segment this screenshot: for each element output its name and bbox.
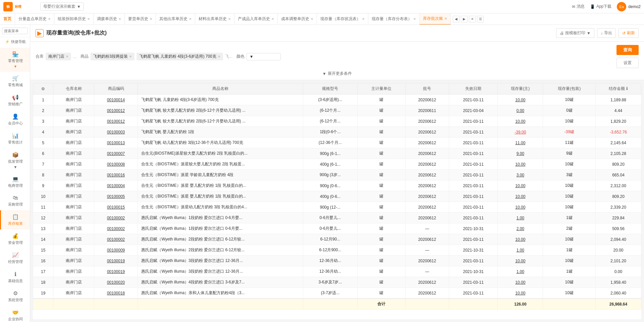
product-tag-2[interactable]: 飞鹤星飞帆 儿童奶粉 4段(3-6岁适用) 700克 ✕ [137,53,223,60]
expand-filter-btn[interactable]: ▶ [36,29,44,37]
search-input[interactable] [2,28,28,34]
app-download-action[interactable]: 📱 App下载 [590,4,611,9]
row-code[interactable]: 00100002 [94,234,138,245]
col-settings[interactable]: ⚙ [33,83,53,95]
row-no: 12 [33,213,53,223]
row-code[interactable]: 00100016 [94,170,138,180]
sidebar-item-member[interactable]: 👤 会员中心 [0,110,30,129]
warehouse-dots[interactable]: ... [73,54,76,59]
row-code[interactable]: 00100012 [94,116,138,127]
tab-3-close[interactable]: ✕ [118,17,121,21]
product-tag-1[interactable]: 飞鹤奶粉3段两提装 ✕ [91,53,135,60]
tab-9-close[interactable]: ✕ [362,17,365,21]
row-code[interactable]: 00100009 [94,245,138,256]
sidebar-item-marketing[interactable]: 📢 营销推广 [0,91,30,110]
warehouse-tag-remove[interactable]: ✕ [66,55,68,58]
message-action[interactable]: ✉ 消息 [572,4,585,9]
sidebar-item-wholesale[interactable]: 📦 批发管理 ▼ [0,148,30,172]
tabs-menu-btn[interactable]: ☰ [477,16,484,22]
refresh-button[interactable]: ↺ 刷新 [619,28,639,38]
row-code[interactable]: 00100007 [94,148,138,159]
tab-7[interactable]: 产成品入库单历史 ✕ [234,13,278,25]
row-batch: 20200612 [405,191,449,202]
row-code[interactable]: 00100002 [94,223,138,234]
export-button[interactable]: ↓ 导出 [597,28,616,38]
row-expire: 2021-10-31 [449,223,498,234]
row-pkg: 10罐 [543,116,595,127]
tab-8-close[interactable]: ✕ [311,17,313,21]
company-selector[interactable]: 母婴行业演示账套 ▼ [40,2,84,11]
sidebar-item-retail-mall[interactable]: 🛒 零售商城 [0,72,30,91]
row-code[interactable]: 00100018 [94,288,138,299]
print-icon: 🖨 [560,31,564,36]
sidebar-item-purchase[interactable]: 🛍 采购管理 [0,192,30,210]
row-spec: 900g (0-6... [303,180,357,191]
sidebar-item-basic-info[interactable]: ℹ 基础信息 [0,268,30,287]
tabs-close-btn[interactable]: ✕ [469,16,476,22]
row-code[interactable]: 00100004 [94,180,138,191]
warehouse-tag[interactable]: 南岸门店 ✕ [46,53,71,60]
tab-11[interactable]: 库存批次账 ✕ [420,13,451,25]
tab-6-close[interactable]: ✕ [228,17,231,21]
row-code[interactable]: 00100005 [94,191,138,202]
filter-expand[interactable]: ▼ 展开更多条件 [322,71,352,76]
tab-4-close[interactable]: ✕ [150,17,152,21]
sidebar-item-collab[interactable]: 🤝 企业协同 [0,306,30,322]
tab-2-close[interactable]: ✕ [87,17,90,21]
row-unit: 罐 [358,180,405,191]
color-dropdown[interactable]: ▼ [247,53,281,60]
row-code[interactable]: 00100014 [94,95,138,105]
row-code[interactable]: 00100012 [94,105,138,116]
tab-11-close[interactable]: ✕ [444,17,447,20]
expand-label: 展开更多条件 [328,71,352,76]
sidebar-item-retail-mgmt[interactable]: 🏪 零售管理 ▼ [0,48,30,72]
row-warehouse: 南岸门店 [53,116,94,127]
sidebar-item-inventory[interactable]: 📋 库存核算 [0,210,30,229]
tab-home[interactable]: 首页 [0,13,15,25]
tab-9[interactable]: 现存量（库存状况表） ✕ [317,13,368,25]
tab-10-close[interactable]: ✕ [413,17,416,21]
row-code[interactable]: 00100002 [94,213,138,223]
tabs-next-btn[interactable]: ▶ [461,16,468,22]
print-button[interactable]: 🖨 按模板打印 ▼ [556,28,594,38]
tab-10[interactable]: 现存量（库存分布表） ✕ [368,13,420,25]
row-amount: 229.84 [595,213,641,223]
sidebar-item-retail-stats[interactable]: 📊 零售统计 [0,129,30,148]
row-code[interactable]: 00100008 [94,159,138,170]
tab-8[interactable]: 成本调整单历史 ✕ [278,13,317,25]
sidebar-item-quick-nav[interactable]: ⚡ 快捷导航 [0,37,30,46]
product-tag-1-remove[interactable]: ✕ [129,55,132,58]
sidebar-item-business[interactable]: 📈 经营管理 [0,249,30,268]
row-name: 惠氏启赋（Wyeth illuma）3段奶粉 爱尔兰进口 12-36月... [138,266,303,277]
user-area[interactable]: Ea demo2 [617,2,641,11]
settings-button[interactable]: 设置 [616,58,639,68]
sidebar-item-system[interactable]: ⚙ 系统管理 [0,287,30,306]
tab-6[interactable]: 材料出库单历史 ✕ [195,13,234,25]
row-qty[interactable]: -39.00 [498,127,543,138]
tab-1[interactable]: 分量盘点单历史 ✕ [15,13,54,25]
sidebar-item-finance[interactable]: 💰 资金管理 [0,229,30,249]
tab-5-close[interactable]: ✕ [189,17,192,21]
row-amount: 665.04 [595,170,641,180]
row-code[interactable]: 00100015 [94,202,138,213]
query-button[interactable]: 查询 [616,45,639,55]
product-tag-2-remove[interactable]: ✕ [218,55,220,58]
tab-7-close[interactable]: ✕ [271,17,274,21]
tab-1-close[interactable]: ✕ [48,17,51,21]
row-spec: 6-12月900... [303,245,357,256]
row-code[interactable]: 00100013 [94,138,138,148]
tab-4[interactable]: 要货单历史 ✕ [125,13,156,25]
row-code[interactable]: 00100003 [94,127,138,138]
row-code[interactable]: 00100019 [94,256,138,266]
sidebar-item-ecommerce[interactable]: 💻 电商管理 [0,172,30,192]
export-icon: ↓ [601,31,603,36]
row-no: 19 [33,288,53,299]
product-dots[interactable]: 飞... [225,54,232,59]
row-code[interactable]: 00100020 [94,277,138,288]
row-code[interactable]: 00100019 [94,266,138,277]
tab-3[interactable]: 调拨单历史 ✕ [94,13,125,25]
row-spec: 400g (6-1... [303,159,357,170]
tabs-prev-btn[interactable]: ◀ [453,16,460,22]
tab-5[interactable]: 其他出库单历史 ✕ [156,13,195,25]
tab-2[interactable]: 组装拆卸单历史 ✕ [54,13,94,25]
